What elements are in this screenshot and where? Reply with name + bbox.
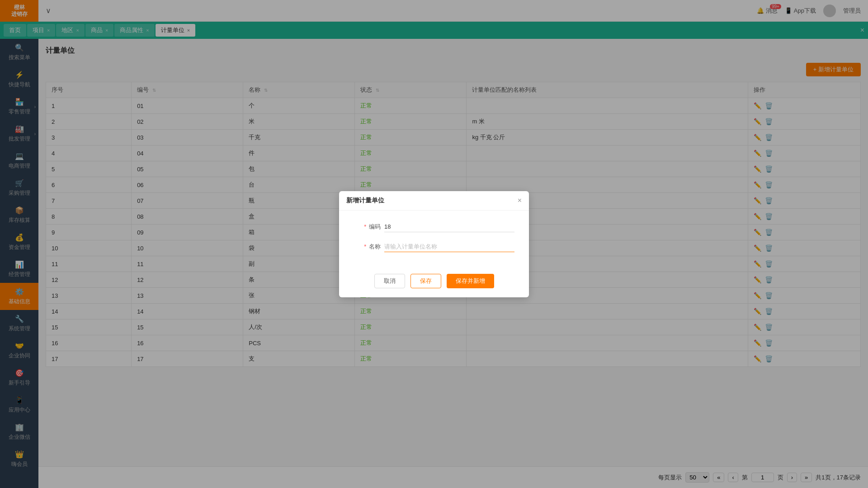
modal-header: 新增计量单位 ×: [339, 191, 529, 211]
add-measure-unit-modal: 新增计量单位 × * 编码 * 名称: [339, 191, 529, 297]
name-label: * 名称: [354, 243, 381, 251]
cancel-button[interactable]: 取消: [374, 274, 405, 288]
name-input-wrap: [384, 241, 514, 252]
required-mark-name: *: [364, 243, 366, 250]
modal-footer: 取消 保存 保存并新增: [339, 268, 529, 297]
modal-overlay: 新增计量单位 × * 编码 * 名称: [0, 0, 868, 488]
save-and-new-button[interactable]: 保存并新增: [447, 274, 494, 288]
code-input-wrap: [384, 221, 514, 232]
modal-close-button[interactable]: ×: [518, 197, 522, 205]
code-input[interactable]: [384, 221, 514, 232]
save-button[interactable]: 保存: [410, 274, 441, 288]
modal-title: 新增计量单位: [346, 197, 384, 205]
required-mark: *: [364, 223, 366, 230]
code-label: * 编码: [354, 223, 381, 231]
name-input[interactable]: [384, 241, 514, 252]
form-row-name: * 名称: [354, 241, 514, 252]
form-row-code: * 编码: [354, 221, 514, 232]
modal-body: * 编码 * 名称: [339, 211, 529, 268]
